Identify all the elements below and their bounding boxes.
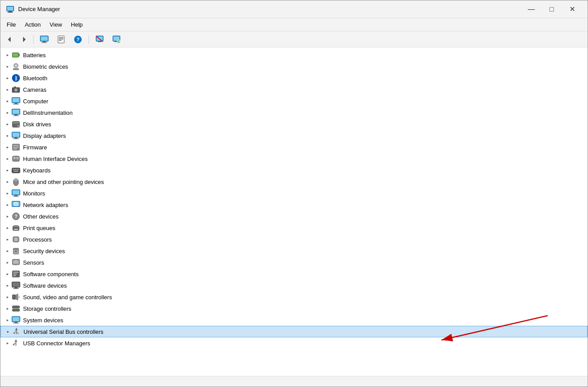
expand-arrow-hid[interactable]: ▸ — [4, 155, 11, 162]
tree-item-storage[interactable]: ▸Storage controllers — [0, 303, 588, 314]
tree-item-dell[interactable]: ▸DellInstrumentation — [0, 107, 588, 118]
svg-rect-57 — [13, 157, 15, 159]
tree-item-processors[interactable]: ▸Processors — [0, 234, 588, 245]
menu-action[interactable]: Action — [20, 20, 45, 30]
help-button[interactable]: ? — [70, 33, 86, 46]
expand-arrow-other[interactable]: ▸ — [4, 213, 11, 220]
tree-item-computer[interactable]: ▸Computer — [0, 95, 588, 107]
tree-item-cameras[interactable]: ▸Cameras — [0, 84, 588, 95]
properties-button[interactable] — [53, 33, 69, 46]
tree-item-keyboards[interactable]: ▸Keyboards — [0, 164, 588, 176]
expand-arrow-cameras[interactable]: ▸ — [4, 86, 11, 93]
device-label-firmware: Firmware — [23, 144, 47, 151]
device-label-processors: Processors — [23, 236, 52, 243]
expand-arrow-keyboards[interactable]: ▸ — [4, 167, 11, 174]
expand-arrow-bluetooth[interactable]: ▸ — [4, 74, 11, 82]
svg-rect-42 — [12, 109, 19, 114]
tree-container: ▸Batteries▸Biometric devices▸ᛒBluetooth▸… — [0, 49, 588, 349]
tree-item-usb-connector[interactable]: ▸USB Connector Managers — [0, 337, 588, 349]
scan-button[interactable]: ↺ — [108, 33, 124, 46]
expand-arrow-network[interactable]: ▸ — [4, 201, 11, 208]
expand-arrow-usb[interactable]: ▸ — [4, 328, 12, 335]
svg-rect-18 — [98, 41, 101, 42]
expand-arrow-processors[interactable]: ▸ — [4, 236, 11, 243]
tree-item-network[interactable]: ▸Network adapters — [0, 199, 588, 211]
svg-rect-100 — [13, 272, 19, 273]
svg-rect-39 — [15, 103, 17, 104]
expand-arrow-mice[interactable]: ▸ — [4, 178, 11, 185]
expand-arrow-display[interactable]: ▸ — [4, 132, 11, 139]
svg-rect-10 — [58, 36, 64, 43]
back-button[interactable] — [3, 33, 16, 46]
tree-item-sensors[interactable]: ▸Sensors — [0, 257, 588, 268]
tree-item-biometric[interactable]: ▸Biometric devices — [0, 61, 588, 72]
device-manager-window: Device Manager — □ ✕ File Action View He… — [0, 0, 588, 387]
minimize-button[interactable]: — — [521, 2, 542, 16]
tree-item-other[interactable]: ▸?Other devices — [0, 211, 588, 222]
tree-item-monitors[interactable]: ▸Monitors — [0, 188, 588, 199]
svg-marker-5 — [23, 37, 26, 42]
svg-marker-118 — [15, 328, 18, 330]
expand-arrow-usb-connector[interactable]: ▸ — [4, 340, 11, 347]
menu-help[interactable]: Help — [66, 20, 87, 30]
device-icon-mice — [11, 177, 21, 187]
expand-arrow-monitors[interactable]: ▸ — [4, 190, 11, 197]
device-icon-hid — [11, 154, 21, 164]
device-icon-usb-connector — [11, 338, 21, 348]
tree-item-disk[interactable]: ▸Disk drives — [0, 118, 588, 130]
expand-arrow-system[interactable]: ▸ — [4, 317, 11, 324]
expand-arrow-computer[interactable]: ▸ — [4, 98, 11, 105]
device-label-display: Display adapters — [23, 133, 66, 139]
tree-item-display[interactable]: ▸Display adapters — [0, 130, 588, 141]
expand-arrow-sound[interactable]: ▸ — [4, 293, 11, 301]
device-icon-software-components — [11, 269, 21, 279]
svg-point-93 — [15, 250, 17, 252]
tree-item-system[interactable]: ▸System devices — [0, 314, 588, 326]
svg-rect-49 — [12, 133, 19, 137]
tree-item-software-devices[interactable]: ▸Software devices — [0, 280, 588, 291]
expand-arrow-software-components[interactable]: ▸ — [4, 270, 11, 278]
tree-item-batteries[interactable]: ▸Batteries — [0, 49, 588, 61]
tree-item-firmware[interactable]: ▸Firmware — [0, 141, 588, 153]
tree-item-mice[interactable]: ▸Mice and other pointing devices — [0, 176, 588, 188]
tree-item-bluetooth[interactable]: ▸ᛒBluetooth — [0, 72, 588, 84]
device-label-monitors: Monitors — [23, 190, 45, 197]
disable-button[interactable] — [92, 33, 108, 46]
tree-pane[interactable]: ▸Batteries▸Biometric devices▸ᛒBluetooth▸… — [0, 47, 588, 376]
expand-arrow-biometric[interactable]: ▸ — [4, 63, 11, 70]
device-label-other: Other devices — [23, 213, 58, 220]
expand-arrow-software-devices[interactable]: ▸ — [4, 282, 11, 289]
expand-arrow-firmware[interactable]: ▸ — [4, 144, 11, 151]
forward-button[interactable] — [17, 33, 31, 46]
maximize-button[interactable]: □ — [542, 2, 562, 16]
devmgr-button[interactable] — [36, 33, 52, 46]
tree-item-security[interactable]: ▸Security devices — [0, 245, 588, 257]
svg-text:?: ? — [15, 214, 18, 219]
svg-point-47 — [17, 125, 19, 127]
expand-arrow-security[interactable]: ▸ — [4, 247, 11, 254]
expand-arrow-batteries[interactable]: ▸ — [4, 51, 11, 59]
tree-item-hid[interactable]: ▸Human Interface Devices — [0, 153, 588, 164]
expand-arrow-dell[interactable]: ▸ — [4, 109, 11, 116]
device-icon-batteries — [11, 50, 21, 60]
svg-marker-124 — [15, 340, 17, 342]
menu-view[interactable]: View — [45, 20, 66, 30]
expand-arrow-sensors[interactable]: ▸ — [4, 259, 11, 266]
device-icon-processors — [11, 235, 21, 244]
menu-file[interactable]: File — [2, 20, 20, 30]
svg-rect-60 — [13, 169, 14, 170]
expand-arrow-storage[interactable]: ▸ — [4, 305, 11, 312]
expand-arrow-disk[interactable]: ▸ — [4, 121, 11, 128]
svg-rect-101 — [13, 274, 17, 274]
close-button[interactable]: ✕ — [562, 2, 582, 16]
svg-rect-71 — [13, 196, 19, 197]
tree-item-software-components[interactable]: ▸Software components — [0, 268, 588, 280]
svg-rect-26 — [19, 54, 20, 56]
tree-item-print[interactable]: ▸Print queues — [0, 222, 588, 234]
tree-item-sound[interactable]: ▸Sound, video and game controllers — [0, 291, 588, 303]
expand-arrow-print[interactable]: ▸ — [4, 224, 11, 231]
svg-rect-44 — [13, 115, 19, 116]
device-icon-cameras — [11, 85, 21, 94]
device-icon-usb — [12, 327, 21, 336]
tree-item-usb[interactable]: ▸Universal Serial Bus controllers — [0, 326, 588, 337]
